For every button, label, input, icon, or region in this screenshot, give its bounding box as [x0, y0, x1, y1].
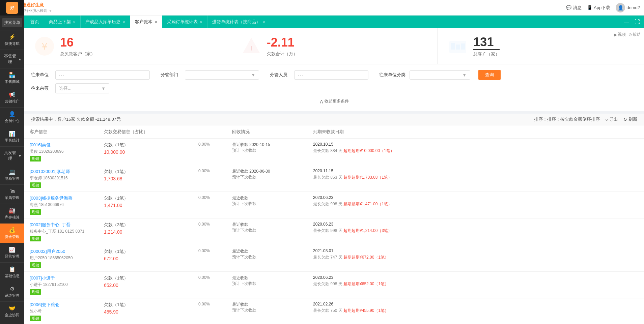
message-btn[interactable]: 💬 消息 [566, 5, 582, 11]
cell-due-5: 2020.06.23 最长欠款 998 天 超期超期¥652.00（1笔） [308, 272, 644, 298]
cell-debt-ratio-6: 0.00% [193, 298, 227, 324]
search-menu-btn[interactable]: 搜索菜单 [2, 18, 22, 27]
overdue-link-5[interactable]: 超期超期¥652.00（1笔） [343, 282, 389, 286]
overdue-link-6[interactable]: 超期超期¥455.90（1笔） [343, 308, 389, 313]
sidebar-item-purchase[interactable]: 🛍 采购管理 [0, 185, 24, 204]
overdue-link-0[interactable]: 超期超期¥10,000.00（1笔） [343, 148, 394, 153]
overdue-link-4[interactable]: 超期超期¥672.00（1笔） [343, 255, 389, 260]
due-date-2: 2020.06.23 [313, 195, 639, 200]
total-customers-icon [448, 36, 468, 56]
customer-name-1[interactable]: [0001020001]李老师 [30, 169, 93, 175]
sidebar-item-warehouse[interactable]: 🏭 库存核算 [0, 204, 24, 224]
cell-debt-1: 欠款（1笔） 1,703.68 [99, 165, 193, 192]
debt-count-1: 欠款（1笔） [104, 169, 188, 175]
customer-name-6[interactable]: [0006]去下粮仓 [30, 302, 93, 308]
manager-input[interactable]: ··· [294, 70, 368, 80]
overdue-link-2[interactable]: 超期超期¥1,471.00（1笔） [343, 202, 392, 206]
purchase-icon: 🛍 [9, 188, 15, 194]
tab-purchase-order[interactable]: 采购订单统计表 ✕ [162, 16, 207, 28]
video-btn[interactable]: ▶ 视频 [614, 32, 626, 37]
collection-next-5: 预计下次收款 [232, 281, 302, 287]
video-icon: ▶ [614, 32, 617, 37]
sidebar-item-retail-mgmt[interactable]: 零售管理 ▲ [0, 50, 24, 68]
tab-close-product-offsale[interactable]: ✕ [73, 20, 76, 24]
cell-debt-6: 欠款（1笔） 455.90 [99, 298, 193, 324]
sidebar-item-quick-nav[interactable]: ⚡ 快捷导航 [0, 30, 24, 50]
balance-input[interactable]: 选择... ▼ [55, 83, 109, 93]
tab-close-customer-account[interactable]: ✕ [155, 20, 157, 24]
debt-amount-4[interactable]: 672.00 [104, 256, 188, 261]
sidebar-item-finance[interactable]: 💰 资金管理 [0, 224, 24, 243]
stat-card-total-customers: 131 总客户（家） ▶ 视频 ⊙ 帮助 [438, 28, 644, 64]
collapse-btn[interactable]: ⋀ 收起更多条件 [31, 97, 637, 106]
tab-close-instock-stat[interactable]: ✕ [262, 20, 265, 24]
help-btn[interactable]: ⊙ 帮助 [628, 32, 641, 37]
sidebar-item-retail-stat[interactable]: 📊 零售统计 [0, 127, 24, 147]
debt-amount-3[interactable]: 1,214.00 [104, 229, 188, 235]
tab-collapse-btn[interactable]: — [622, 19, 631, 25]
dept-input[interactable]: ▼ [185, 70, 259, 80]
sidebar-item-batch-mgmt[interactable]: 批发管理 ▼ [0, 147, 24, 165]
customer-phone-4: 用户2050 18665062050 [30, 255, 93, 261]
customer-name-3[interactable]: [0002]服务中心_丁磊 [30, 222, 93, 228]
tab-bar: 首页 商品上下架 ✕ 产成品入库单历史 ✕ 客户账本 ✕ 采购订单统计表 ✕ 进… [24, 16, 644, 28]
sidebar-item-retail-mall[interactable]: 🏪 零售商城 [0, 68, 24, 88]
tab-expand-btn[interactable]: ⛶ [633, 19, 641, 25]
debt-amount-value: -2.11 [267, 35, 298, 50]
collection-next-0: 预计下次收款 [232, 148, 302, 153]
member-icon: 👤 [9, 111, 16, 117]
sidebar-item-operations[interactable]: 📈 经营管理 [0, 243, 24, 263]
debt-amount-1[interactable]: 1,703.68 [104, 176, 188, 181]
sidebar-item-new-guide[interactable]: 🎯 新手引导 [0, 321, 24, 324]
tab-product-instock[interactable]: 产成品入库单历史 ✕ [81, 16, 130, 28]
overdue-info-1: 最长欠款 853 天 超期超期¥1,703.68（1笔） [313, 175, 639, 180]
customer-tag-1: 现销 [30, 182, 41, 188]
customer-name-0[interactable]: [0016]吴俊 [30, 142, 93, 148]
cell-collection-6: 最近收款 预计下次收款 [227, 298, 308, 324]
sidebar-item-corp-coop[interactable]: 🤝 企业协同 [0, 302, 24, 321]
tab-close-product-instock[interactable]: ✕ [122, 20, 125, 24]
svg-rect-6 [456, 45, 460, 50]
sidebar-item-marketing[interactable]: 📢 营销推广 [0, 88, 24, 108]
customer-tag-3: 现销 [30, 236, 41, 241]
app-download-btn[interactable]: 📱 App下载 [587, 5, 610, 11]
debt-amount-0[interactable]: 10,000.00 [104, 149, 188, 155]
sidebar-item-system[interactable]: ⚙ 系统管理 [0, 282, 24, 302]
customer-phone-2: 海燕 18513066976 [30, 202, 93, 208]
tab-home[interactable]: 首页 [26, 16, 44, 28]
unit-category-input[interactable]: ▼ [410, 70, 470, 80]
debt-amount-6[interactable]: 455.90 [104, 309, 188, 315]
search-btn[interactable]: 查询 [478, 70, 501, 80]
debt-amount-2[interactable]: 1,471.00 [104, 203, 188, 208]
tab-close-purchase-order[interactable]: ✕ [200, 20, 202, 24]
system-icon: ⚙ [10, 286, 15, 292]
sidebar-item-ecommerce[interactable]: 💻 电商管理 [0, 165, 24, 185]
sidebar-item-basic-info[interactable]: 📋 基础信息 [0, 263, 24, 282]
refresh-btn[interactable]: ↻ 刷新 [623, 116, 637, 122]
tab-instock-stat[interactable]: 进货单统计表（按商品） ✕ [207, 16, 270, 28]
source-unit-input[interactable]: ··· [55, 70, 150, 80]
debt-amount-5[interactable]: 652.00 [104, 283, 188, 288]
due-date-5: 2020.06.23 [313, 275, 639, 280]
cell-collection-5: 最近收款 预计下次收款 [227, 272, 308, 298]
manager-dots: ··· [298, 72, 304, 78]
user-profile[interactable]: 👤 demo2 [616, 3, 640, 12]
sort-value[interactable]: 排序：按欠款金额倒序排序 [547, 117, 600, 122]
dept-arrow-icon: ▼ [251, 72, 255, 78]
overdue-link-3[interactable]: 超期超期¥1,214.00（3笔） [343, 228, 392, 233]
customer-name-5[interactable]: [0007]小进干 [30, 275, 93, 281]
cell-customer-6: [0006]去下粮仓 陈小希 现销 [24, 298, 99, 324]
overdue-link-1[interactable]: 超期超期¥1,703.68（1笔） [343, 175, 392, 180]
tab-product-offsale[interactable]: 商品上下架 ✕ [44, 16, 81, 28]
debt-ratio-3: 0.00% [198, 222, 221, 227]
sidebar-item-member[interactable]: 👤 会员中心 [0, 108, 24, 127]
customer-name-4[interactable]: [000002]用户2050 [30, 248, 93, 255]
cell-customer-4: [000002]用户2050 用户2050 18665062050 现销 [24, 245, 99, 272]
due-date-0: 2020.10.15 [313, 142, 639, 147]
export-btn[interactable]: ○ 导出 [605, 116, 618, 122]
total-customers-value: 131 [473, 35, 500, 50]
table-row: [0002]服务中心_丁磊 服务中心_丁磊 181 0125 8371 现销 欠… [24, 218, 644, 245]
export-icon: ○ [605, 117, 608, 122]
tab-customer-account[interactable]: 客户账本 ✕ [130, 16, 162, 28]
customer-name-2[interactable]: [0003]畅捷服务尹海燕 [30, 195, 93, 201]
